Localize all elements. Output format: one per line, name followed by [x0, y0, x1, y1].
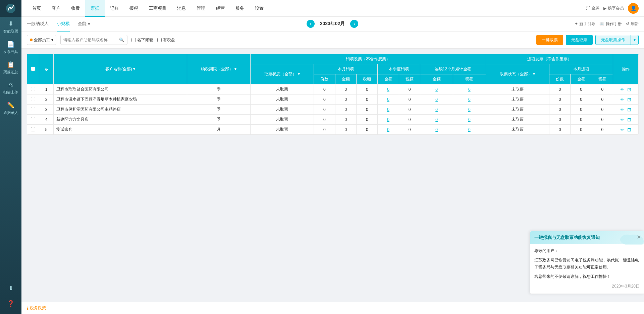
edit-icon[interactable]: ✏	[621, 97, 625, 102]
th-fetch-status-purchase: 取票状态（全部） ▾	[486, 64, 549, 84]
row-cum12-tax: 0	[453, 125, 486, 135]
row-month-amount-purchase: 0	[571, 115, 592, 125]
nav-operation[interactable]: 经营	[211, 0, 230, 17]
more-icon[interactable]: ⊡	[627, 127, 631, 132]
info-icon: ℹ	[27, 306, 29, 311]
th-cum12-amount: 金额	[420, 74, 453, 84]
edit-icon[interactable]: ✏	[621, 87, 625, 92]
next-month-btn[interactable]: ›	[350, 20, 358, 28]
tax-disk-checkbox[interactable]	[157, 38, 162, 42]
notification-line2: 江苏政务网已恢复访问电子税务局功能，易代账一键登陆电子税务局与无盘取票相关功能可…	[534, 257, 640, 271]
row-quarter-tax-sales: 0	[399, 105, 420, 115]
row-checkbox-cell	[27, 95, 39, 105]
employee-select[interactable]: 全部员工 ▾	[27, 35, 56, 45]
row-month-shares-purchase: 0	[549, 125, 570, 135]
tab-small[interactable]: 小规模	[57, 17, 70, 32]
row-actions: ✏ ⊡	[613, 84, 639, 95]
sidebar-item-invoice-summary[interactable]: 📋 票据汇总	[0, 58, 21, 78]
table-group-header: ⚙ 客户名称(全部) ▾ 纳税期限（全部） ▾ 销项发票（不含作废票） 进项发票…	[27, 54, 639, 64]
search-icon[interactable]: 🔍	[119, 38, 124, 42]
th-quarter-tax: 税额	[399, 74, 420, 84]
th-settings: ⚙	[39, 54, 54, 84]
tax-disk-checkbox-label[interactable]: 有税盘	[157, 37, 175, 43]
nav-billing[interactable]: 收费	[66, 0, 85, 17]
row-month-amount-purchase: 0	[571, 95, 592, 105]
sidebar-item-issue-invoice[interactable]: 📄 发票开具	[0, 37, 21, 58]
row-checkbox[interactable]	[31, 117, 35, 121]
more-icon[interactable]: ⊡	[627, 97, 631, 102]
row-month-tax-purchase: 0	[592, 125, 613, 135]
guide-btn[interactable]: ✦ 新手引导	[575, 21, 595, 27]
user-avatar[interactable]: 👤	[628, 3, 639, 14]
no-disk-ops-main[interactable]: 无盘取票操作	[595, 35, 631, 45]
sidebar-item-download[interactable]: ⬇	[0, 281, 21, 295]
edit-icon[interactable]: ✏	[621, 107, 625, 112]
row-quarter-amount-sales: 0	[378, 115, 399, 125]
prev-month-btn[interactable]: ‹	[307, 20, 315, 28]
current-month: 2023年02月	[320, 21, 345, 27]
one-click-btn[interactable]: 一键取票	[536, 35, 563, 45]
nav-message[interactable]: 消息	[172, 0, 191, 17]
row-checkbox[interactable]	[31, 97, 35, 101]
nav-invoice[interactable]: 票据	[85, 0, 105, 17]
sidebar-item-smart-fetch[interactable]: ⬇ 智能取票	[0, 17, 21, 37]
fullscreen-btn[interactable]: ⛶ 全屏	[586, 5, 599, 11]
more-icon[interactable]: ⊡	[627, 87, 631, 92]
nav-business[interactable]: 工商项目	[144, 0, 172, 17]
edit-icon[interactable]: ✏	[621, 127, 625, 132]
nav-right: ⛶ 全屏 ▶ 畅享会员 👤	[586, 3, 639, 14]
th-tax-period: 纳税期限（全部） ▾	[187, 54, 250, 84]
nav-service[interactable]: 服务	[230, 0, 250, 17]
row-fetch-status-purchase: 未取票	[486, 105, 549, 115]
sidebar-item-invoice-entry[interactable]: ✏️ 票据录入	[0, 98, 21, 119]
row-checkbox-cell	[27, 84, 39, 95]
edit-icon[interactable]: ✏	[621, 117, 625, 122]
row-month-amount-sales: 0	[335, 84, 356, 95]
row-actions: ✏ ⊡	[613, 105, 639, 115]
account-checkbox-label[interactable]: 名下账套	[131, 37, 153, 43]
row-checkbox[interactable]	[31, 107, 35, 111]
row-checkbox-cell	[27, 125, 39, 135]
nav-manage[interactable]: 管理	[191, 0, 211, 17]
scan-upload-icon: 🖨	[8, 81, 14, 88]
row-fetch-status-purchase: 未取票	[486, 95, 549, 105]
tab-all[interactable]: 全能 ▾	[78, 17, 90, 32]
sidebar-item-label: 智能取票	[3, 29, 18, 34]
nav-client[interactable]: 客户	[46, 0, 66, 17]
more-icon[interactable]: ⊡	[627, 107, 631, 112]
nav-tax[interactable]: 报税	[124, 0, 144, 17]
table-row: 3 卫辉市保和堂医药有限公司主稍路店 季 未取票 0 0 0 0 0 0 0 未…	[27, 105, 639, 115]
tab-general[interactable]: 一般纳税人	[27, 17, 49, 32]
tax-policy-link[interactable]: 税务政策	[30, 305, 46, 311]
row-tax-period: 季	[187, 95, 250, 105]
nav-bookkeeping[interactable]: 记账	[105, 0, 124, 17]
nav-home[interactable]: 首页	[27, 0, 46, 17]
tab-bar-actions: ✦ 新手引导 📖 操作手册 ↺ 刷新	[575, 21, 639, 27]
search-input[interactable]	[63, 38, 117, 42]
sidebar-item-help[interactable]: ❓	[0, 297, 21, 311]
no-disk-ops-arrow[interactable]: ▾	[631, 35, 639, 45]
notification-date: 2023年3月20日	[534, 283, 640, 290]
row-actions: ✏ ⊡	[613, 125, 639, 135]
th-client: 客户名称(全部) ▾	[54, 54, 187, 84]
row-checkbox[interactable]	[31, 127, 35, 131]
refresh-btn[interactable]: ↺ 刷新	[626, 21, 639, 27]
manual-btn[interactable]: 📖 操作手册	[599, 21, 622, 27]
row-client: 新建区方方文具店	[54, 115, 187, 125]
toolbar-right: 一键取票 无盘取票 无盘取票操作 ▾	[536, 35, 639, 45]
more-icon[interactable]: ⊡	[627, 117, 631, 122]
row-fetch-status-sales: 未取票	[251, 125, 314, 135]
row-fetch-status-sales: 未取票	[251, 95, 314, 105]
sidebar-item-scan-upload[interactable]: 🖨 扫描上传	[0, 78, 21, 98]
th-checkbox	[27, 54, 39, 84]
smart-fetch-icon: ⬇	[8, 20, 13, 27]
select-all-checkbox[interactable]	[31, 67, 35, 71]
account-checkbox[interactable]	[131, 38, 136, 42]
th-purchase-shares: 份数	[549, 74, 570, 84]
nav-settings[interactable]: 设置	[250, 0, 269, 17]
vip-btn[interactable]: ▶ 畅享会员	[603, 5, 624, 11]
no-disk-btn[interactable]: 无盘取票	[566, 35, 593, 45]
row-checkbox-cell	[27, 105, 39, 115]
row-checkbox[interactable]	[31, 87, 35, 91]
toolbar: 全部员工 ▾ 🔍 名下账套 有税盘 一键取票 无盘取票 无盘取票操作 ▾	[21, 32, 644, 49]
